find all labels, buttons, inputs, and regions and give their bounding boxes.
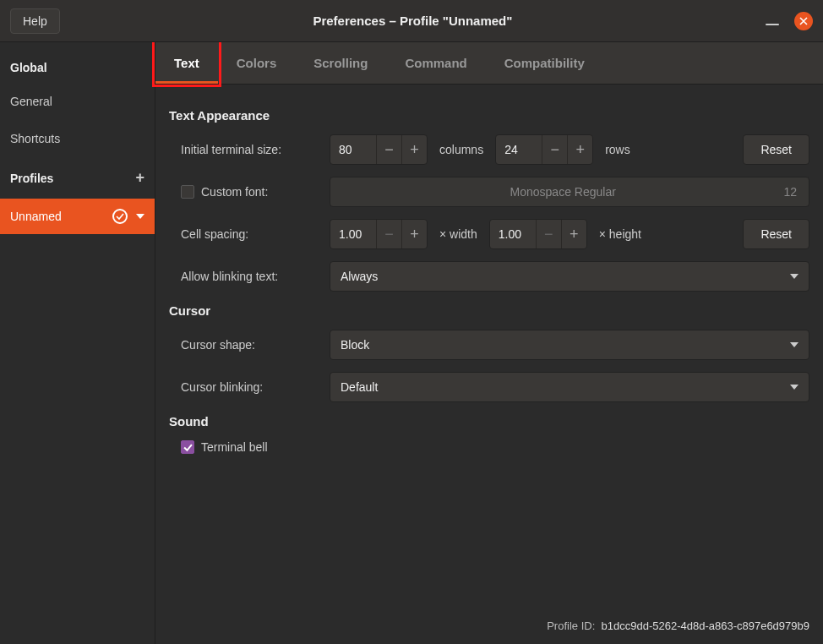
initial-size-label: Initial terminal size: <box>169 143 321 156</box>
body: Global General Shortcuts Profiles + Unna… <box>0 42 823 644</box>
font-size: 12 <box>783 185 797 199</box>
reset-spacing-button[interactable]: Reset <box>743 219 809 249</box>
tab-text-label: Text <box>174 56 199 70</box>
width-spin[interactable]: − + <box>330 219 428 249</box>
cursor-blinking-value: Default <box>341 380 790 394</box>
height-unit: × height <box>596 227 645 241</box>
height-plus-button[interactable]: + <box>561 220 586 248</box>
terminal-bell-wrap: Terminal bell <box>169 440 268 454</box>
width-unit: × width <box>436 227 481 241</box>
cursor-blinking-label: Cursor blinking: <box>169 380 321 394</box>
sidebar-profile-label: Unnamed <box>10 210 104 223</box>
footer: Profile ID: b1dcc9dd-5262-4d8d-a863-c897… <box>155 611 823 644</box>
columns-minus-button[interactable]: − <box>376 135 401 164</box>
columns-plus-button[interactable]: + <box>401 135 427 164</box>
sidebar-item-general[interactable]: General <box>0 83 155 120</box>
sidebar-profiles-label: Profiles <box>10 172 53 185</box>
row-cell-spacing: Cell spacing: − + × width − + × height R… <box>169 219 809 249</box>
columns-input[interactable] <box>330 143 376 156</box>
custom-font-checkbox[interactable] <box>181 185 194 199</box>
section-sound: Sound <box>169 414 809 428</box>
terminal-bell-checkbox[interactable] <box>181 440 194 454</box>
tab-compatibility[interactable]: Compatibility <box>486 42 603 84</box>
height-input[interactable] <box>490 227 536 241</box>
sidebar: Global General Shortcuts Profiles + Unna… <box>0 42 155 644</box>
reset-size-button[interactable]: Reset <box>743 134 809 165</box>
profile-id-value: b1dcc9dd-5262-4d8d-a863-c897e6d979b9 <box>602 619 810 632</box>
rows-plus-button[interactable]: + <box>567 135 592 164</box>
chevron-down-icon <box>790 342 798 347</box>
row-initial-size: Initial terminal size: − + columns − + r… <box>169 134 809 165</box>
sidebar-section-global: Global <box>0 49 155 83</box>
minimize-button[interactable] <box>766 24 779 25</box>
section-cursor: Cursor <box>169 303 809 318</box>
custom-font-label-wrap: Custom font: <box>169 185 321 199</box>
titlebar: Help Preferences – Profile "Unnamed" <box>0 0 823 42</box>
height-spin[interactable]: − + <box>489 219 587 249</box>
tab-colors[interactable]: Colors <box>218 42 296 84</box>
row-cursor-blinking: Cursor blinking: Default <box>169 372 809 402</box>
content: Text Appearance Initial terminal size: −… <box>155 85 823 611</box>
section-text-appearance: Text Appearance <box>169 108 809 123</box>
row-terminal-bell: Terminal bell <box>169 440 809 454</box>
cursor-shape-label: Cursor shape: <box>169 338 321 352</box>
custom-font-label: Custom font: <box>201 185 268 199</box>
cursor-shape-value: Block <box>341 338 790 352</box>
allow-blinking-combo[interactable]: Always <box>330 261 809 292</box>
font-name: Monospace Regular <box>342 185 783 199</box>
add-profile-button[interactable]: + <box>135 169 144 187</box>
sidebar-profile-unnamed[interactable]: Unnamed <box>0 199 155 234</box>
help-button[interactable]: Help <box>10 8 60 34</box>
columns-unit: columns <box>436 143 487 156</box>
tab-text[interactable]: Text <box>155 42 218 84</box>
close-icon <box>799 17 808 25</box>
rows-unit: rows <box>602 143 634 156</box>
columns-spin[interactable]: − + <box>330 134 428 165</box>
chevron-down-icon <box>790 385 798 390</box>
cursor-blinking-combo[interactable]: Default <box>330 372 809 402</box>
font-chooser[interactable]: Monospace Regular 12 <box>330 177 809 207</box>
rows-input[interactable] <box>496 143 542 156</box>
cell-spacing-label: Cell spacing: <box>169 227 321 241</box>
allow-blinking-label: Allow blinking text: <box>169 270 321 283</box>
close-button[interactable] <box>794 12 813 30</box>
width-minus-button[interactable]: − <box>376 220 401 248</box>
profile-id-label: Profile ID: <box>547 619 595 632</box>
row-cursor-shape: Cursor shape: Block <box>169 330 809 360</box>
terminal-bell-label: Terminal bell <box>201 440 268 454</box>
row-allow-blinking: Allow blinking text: Always <box>169 261 809 292</box>
rows-spin[interactable]: − + <box>495 134 593 165</box>
width-plus-button[interactable]: + <box>401 220 427 248</box>
height-minus-button[interactable]: − <box>536 220 561 248</box>
rows-minus-button[interactable]: − <box>542 135 567 164</box>
window-title: Preferences – Profile "Unnamed" <box>60 14 766 28</box>
sidebar-item-shortcuts[interactable]: Shortcuts <box>0 120 155 157</box>
chevron-down-icon <box>790 274 798 279</box>
window-controls <box>766 12 813 30</box>
allow-blinking-value: Always <box>341 270 790 283</box>
tab-scrolling[interactable]: Scrolling <box>295 42 386 84</box>
sidebar-section-profiles: Profiles + <box>0 157 155 199</box>
main: Text Colors Scrolling Command Compatibil… <box>155 42 823 644</box>
preferences-window: Help Preferences – Profile "Unnamed" Glo… <box>0 0 823 644</box>
cursor-shape-combo[interactable]: Block <box>330 330 809 360</box>
tab-command[interactable]: Command <box>386 42 485 84</box>
width-input[interactable] <box>330 227 376 241</box>
check-icon <box>183 443 193 452</box>
tabs: Text Colors Scrolling Command Compatibil… <box>155 42 823 85</box>
row-custom-font: Custom font: Monospace Regular 12 <box>169 177 809 207</box>
profile-default-icon <box>112 209 128 224</box>
profile-menu-caret-icon[interactable] <box>136 214 144 219</box>
